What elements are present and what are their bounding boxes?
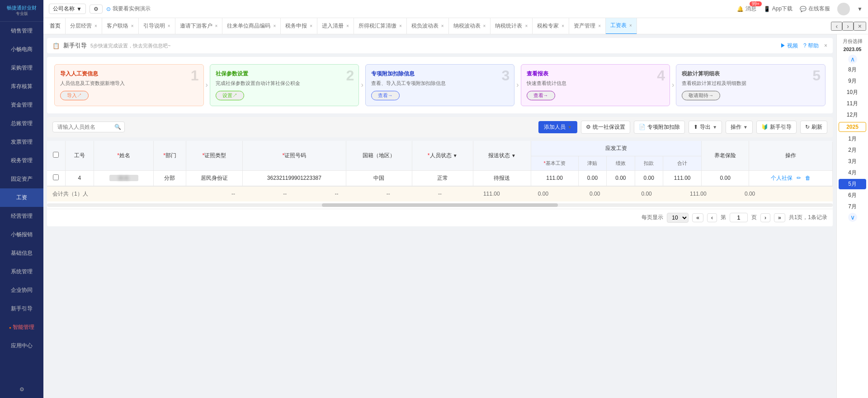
month-item-2[interactable]: 2月	[839, 145, 866, 155]
tab-guide-desc[interactable]: 引导说明 ×	[139, 18, 175, 34]
sidebar-item-tax[interactable]: 税务管理	[0, 151, 43, 170]
tab-product-code[interactable]: 往来单位商品编码 ×	[222, 18, 281, 34]
month-item-11[interactable]: 11月	[839, 98, 866, 109]
sidebar-item-base-info[interactable]: 基础信息	[0, 244, 43, 262]
tab-tax-stats[interactable]: 纳税统计表 ×	[491, 18, 533, 34]
tab-close-all-btn[interactable]: ×	[854, 22, 866, 31]
sidebar-item-app-center[interactable]: 应用中心	[0, 337, 43, 355]
tab-close-icon[interactable]: ×	[310, 23, 312, 28]
month-item-10[interactable]: 10月	[839, 87, 866, 98]
tab-next-btn[interactable]: ›	[842, 22, 854, 31]
tab-close-icon[interactable]: ×	[346, 23, 349, 28]
month-item-9[interactable]: 9月	[839, 76, 866, 86]
tab-close-icon[interactable]: ×	[598, 23, 601, 28]
sidebar-item-inventory[interactable]: 库存核算	[0, 77, 43, 96]
tab-close-icon[interactable]: ×	[273, 23, 276, 28]
prev-page-btn[interactable]: ‹	[707, 213, 717, 222]
tab-close-icon[interactable]: ×	[131, 23, 134, 28]
horizontal-scrollbar[interactable]	[47, 203, 833, 207]
online-service-btn[interactable]: 💬 在线客服	[800, 5, 830, 13]
user-avatar[interactable]	[837, 3, 850, 15]
add-person-btn[interactable]: 添加人员 ▼	[538, 121, 577, 133]
app-download-btn[interactable]: 📱 App下载	[764, 5, 793, 13]
tab-close-icon[interactable]: ×	[629, 23, 632, 28]
step-3-btn[interactable]: 查看→	[371, 91, 400, 100]
search-icon[interactable]: 🔍	[114, 124, 121, 130]
month-item-4[interactable]: 4月	[839, 168, 866, 178]
sidebar-item-ledger[interactable]: 总账管理	[0, 114, 43, 133]
tab-customer[interactable]: 客户联络 ×	[102, 18, 139, 34]
month-down-btn[interactable]: ∨	[848, 213, 857, 222]
demo-btn[interactable]: ⊙ 我要看实例演示	[106, 5, 151, 13]
row-checkbox[interactable]	[53, 174, 59, 180]
step-2-btn[interactable]: 设置↗	[216, 91, 244, 100]
sidebar-item-finance[interactable]: 资金管理	[0, 96, 43, 114]
sidebar-item-collab[interactable]: 企业协同	[0, 281, 43, 300]
tab-close-icon[interactable]: ×	[441, 23, 444, 28]
sidebar-item-guide[interactable]: 新手引导	[0, 300, 43, 318]
tab-home[interactable]: 首页	[45, 18, 66, 34]
notification-btn[interactable]: 🔔 消息 99+	[737, 5, 756, 13]
month-item-12[interactable]: 12月	[839, 110, 866, 120]
guide-help-btn[interactable]: ? 帮助	[803, 42, 819, 50]
tab-income-tax[interactable]: 所得税汇算清缴 ×	[354, 18, 407, 34]
tab-tax-fluctuation[interactable]: 纳税波动表 ×	[449, 18, 491, 34]
month-item-7[interactable]: 7月	[839, 201, 866, 212]
sidebar-item-system[interactable]: 系统管理	[0, 262, 43, 281]
tab-close-icon[interactable]: ×	[168, 23, 170, 28]
tab-payroll[interactable]: 工资表 ×	[606, 18, 637, 34]
operation-btn[interactable]: 操作 ▼	[726, 121, 753, 134]
tab-tax-burden[interactable]: 税负波动表 ×	[407, 18, 449, 34]
page-size-select[interactable]: 10	[667, 213, 689, 223]
social-security-btn[interactable]: ⚙ 统一社保设置	[581, 121, 630, 134]
step-4-btn[interactable]: 查看→	[527, 91, 555, 100]
month-item-5-active[interactable]: 5月	[839, 179, 866, 189]
guide-video-btn[interactable]: ▶ 视频	[780, 42, 798, 50]
sidebar-item-invoice[interactable]: 发票管理	[0, 133, 43, 151]
tab-tax-expert[interactable]: 税检专家 ×	[533, 18, 569, 34]
step-5-btn[interactable]: 敬请期待→	[682, 91, 720, 100]
tab-layered-ops[interactable]: 分层经营 ×	[66, 18, 102, 34]
next-page-btn[interactable]: ›	[760, 213, 770, 222]
month-item-3[interactable]: 3月	[839, 156, 866, 167]
user-menu[interactable]: ▼	[857, 6, 863, 12]
tab-tax-report[interactable]: 税务申报 ×	[281, 18, 317, 34]
personal-insurance-link[interactable]: 个人社保	[771, 175, 793, 181]
sidebar-item-sales[interactable]: 销售管理	[0, 22, 43, 40]
step-1-btn[interactable]: 导入↗	[60, 91, 89, 100]
month-up-btn[interactable]: ∧	[848, 55, 857, 64]
special-deduction-btn[interactable]: 📄 专项附加扣除	[634, 121, 685, 134]
tab-close-icon[interactable]: ×	[215, 23, 218, 28]
export-btn[interactable]: ⬆ 导出 ▼	[689, 121, 722, 134]
sidebar-item-operations[interactable]: 经营管理	[0, 207, 43, 225]
page-number-input[interactable]	[730, 213, 748, 222]
select-all-checkbox[interactable]	[53, 152, 59, 158]
sidebar-item-fixed-assets[interactable]: 固定资产	[0, 170, 43, 188]
sidebar-item-ai[interactable]: ● 智能管理	[0, 318, 43, 337]
last-page-btn[interactable]: »	[774, 213, 785, 222]
month-item-1[interactable]: 1月	[839, 134, 866, 144]
tab-close-icon[interactable]: ×	[561, 23, 564, 28]
tab-clearance[interactable]: 进入清册 ×	[317, 18, 354, 34]
refresh-btn[interactable]: ↻ 刷新	[800, 121, 827, 134]
tab-close-icon[interactable]: ×	[525, 23, 528, 28]
tab-asset-mgmt[interactable]: 资产管理 ×	[569, 18, 606, 34]
tab-invite[interactable]: 邀请下游客户 ×	[175, 18, 223, 34]
delete-icon[interactable]: 🗑	[805, 175, 811, 181]
tab-close-icon[interactable]: ×	[483, 23, 486, 28]
tab-close-icon[interactable]: ×	[399, 23, 402, 28]
sidebar-item-payroll[interactable]: 工资	[0, 188, 43, 207]
settings-btn[interactable]: ⚙	[90, 5, 103, 14]
company-selector[interactable]: 公司名称 ▼	[49, 4, 86, 14]
month-item-6[interactable]: 6月	[839, 190, 866, 201]
sidebar-item-ecommerce[interactable]: 小畅电商	[0, 40, 43, 59]
guide-close-btn[interactable]: ×	[824, 42, 827, 49]
month-item-8[interactable]: 8月	[839, 65, 866, 75]
sidebar-item-expense[interactable]: 小畅报销	[0, 225, 43, 244]
sidebar-item-purchase[interactable]: 采购管理	[0, 59, 43, 77]
tab-close-icon[interactable]: ×	[94, 23, 97, 28]
edit-icon[interactable]: ✏	[797, 175, 801, 181]
sidebar-settings[interactable]: ⚙	[0, 381, 43, 398]
search-input[interactable]	[52, 122, 125, 132]
first-page-btn[interactable]: «	[692, 213, 703, 222]
